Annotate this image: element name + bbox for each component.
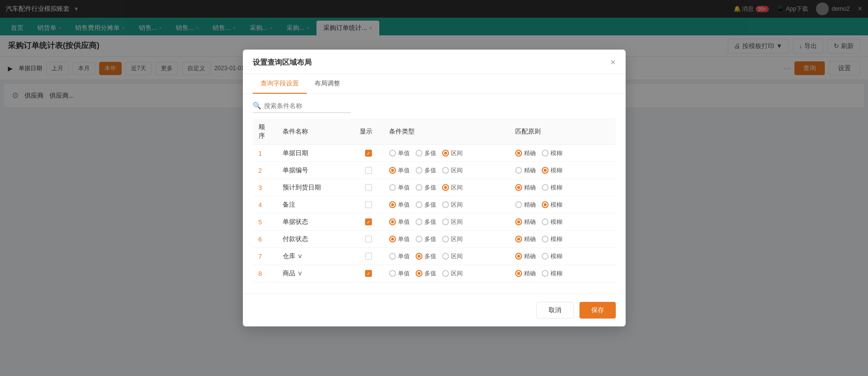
radio-multi[interactable]: 多值: [416, 201, 436, 209]
cell-type: 单值 多值 区间: [383, 265, 509, 282]
show-checkbox[interactable]: [365, 218, 372, 225]
radio-multi[interactable]: 多值: [416, 149, 436, 158]
cell-match: 精确 模糊: [509, 265, 616, 282]
cell-match: 精确 模糊: [509, 231, 616, 248]
show-checkbox[interactable]: [365, 270, 372, 277]
cell-match: 精确 模糊: [509, 145, 616, 162]
radio-exact[interactable]: 精确: [515, 218, 536, 226]
show-checkbox[interactable]: [365, 184, 372, 191]
cell-name: 仓库 ∨: [277, 248, 354, 265]
search-input[interactable]: [264, 102, 342, 109]
modal-header: 设置查询区域布局 ×: [243, 50, 626, 74]
radio-range[interactable]: 区间: [442, 235, 463, 243]
radio-multi[interactable]: 多值: [416, 218, 436, 226]
table-row: 7仓库 ∨ 单值 多值 区间 精确 模糊: [253, 248, 616, 265]
cell-type: 单值 多值 区间: [383, 145, 509, 162]
radio-exact[interactable]: 精确: [515, 184, 536, 192]
table-row: 6付款状态 单值 多值 区间 精确 模糊: [253, 231, 616, 248]
radio-multi[interactable]: 多值: [416, 235, 436, 243]
cell-show[interactable]: [354, 179, 383, 196]
table-row: 9属性 ∨ 单值 多值 区间 精确 模糊: [253, 282, 616, 286]
radio-fuzzy[interactable]: 模糊: [542, 184, 562, 192]
cell-name: 单据状态: [277, 214, 354, 231]
show-checkbox[interactable]: [365, 201, 372, 208]
radio-fuzzy[interactable]: 模糊: [542, 149, 562, 158]
radio-range[interactable]: 区间: [442, 166, 463, 175]
radio-fuzzy[interactable]: 模糊: [542, 218, 562, 226]
modal-body: 🔍 顺序 条件名称 显示 条件类型 匹配原则: [243, 94, 626, 294]
conditions-table: 顺序 条件名称 显示 条件类型 匹配原则 1单据日期 单值 多值: [253, 119, 616, 286]
th-type: 条件类型: [383, 119, 509, 145]
cell-order: 5: [253, 214, 277, 231]
cancel-button[interactable]: 取消: [536, 302, 574, 319]
cell-order: 8: [253, 265, 277, 282]
cell-match: 精确 模糊: [509, 196, 616, 214]
cell-order: 3: [253, 179, 277, 196]
cell-match: 精确 模糊: [509, 282, 616, 286]
radio-range[interactable]: 区间: [442, 184, 463, 192]
radio-range[interactable]: 区间: [442, 252, 463, 261]
radio-single[interactable]: 单值: [389, 235, 410, 243]
radio-multi[interactable]: 多值: [416, 166, 436, 175]
modal-tab-layout-adjust[interactable]: 布局调整: [307, 74, 348, 94]
radio-single[interactable]: 单值: [389, 201, 410, 209]
modal-dialog: 设置查询区域布局 × 查询字段设置 布局调整 🔍: [243, 50, 626, 326]
modal-search-box: 🔍: [253, 102, 351, 113]
cell-show[interactable]: [354, 248, 383, 265]
radio-exact[interactable]: 精确: [515, 166, 536, 175]
radio-exact[interactable]: 精确: [515, 201, 536, 209]
radio-single[interactable]: 单值: [389, 149, 410, 158]
radio-fuzzy[interactable]: 模糊: [542, 166, 562, 175]
modal-close-button[interactable]: ×: [610, 57, 616, 68]
modal-tabs: 查询字段设置 布局调整: [243, 74, 626, 94]
table-row: 2单据编号 单值 多值 区间 精确 模糊: [253, 162, 616, 179]
modal-tab-query-fields[interactable]: 查询字段设置: [253, 74, 307, 94]
radio-single[interactable]: 单值: [389, 252, 410, 261]
radio-exact[interactable]: 精确: [515, 269, 536, 278]
radio-range[interactable]: 区间: [442, 201, 463, 209]
cell-show[interactable]: [354, 162, 383, 179]
table-row: 1单据日期 单值 多值 区间 精确 模糊: [253, 145, 616, 162]
table-row: 3预计到货日期 单值 多值 区间 精确 模糊: [253, 179, 616, 196]
conditions-table-wrapper: 顺序 条件名称 显示 条件类型 匹配原则 1单据日期 单值 多值: [253, 119, 616, 286]
th-match: 匹配原则: [509, 119, 616, 145]
cell-show[interactable]: [354, 145, 383, 162]
cell-type: 单值 多值 区间: [383, 214, 509, 231]
radio-range[interactable]: 区间: [442, 149, 463, 158]
cell-show[interactable]: [354, 231, 383, 248]
radio-exact[interactable]: 精确: [515, 149, 536, 158]
cell-show[interactable]: [354, 265, 383, 282]
show-checkbox[interactable]: [365, 167, 372, 174]
radio-range[interactable]: 区间: [442, 218, 463, 226]
show-checkbox[interactable]: [365, 150, 372, 157]
radio-exact[interactable]: 精确: [515, 235, 536, 243]
radio-single[interactable]: 单值: [389, 218, 410, 226]
radio-fuzzy[interactable]: 模糊: [542, 235, 562, 243]
cell-type: 单值 多值 区间: [383, 282, 509, 286]
radio-multi[interactable]: 多值: [416, 269, 436, 278]
radio-range[interactable]: 区间: [442, 269, 463, 278]
radio-fuzzy[interactable]: 模糊: [542, 252, 562, 261]
radio-single[interactable]: 单值: [389, 166, 410, 175]
cell-order: 9: [253, 282, 277, 286]
radio-single[interactable]: 单值: [389, 184, 410, 192]
th-name: 条件名称: [277, 119, 354, 145]
cell-name: 商品 ∨: [277, 265, 354, 282]
radio-multi[interactable]: 多值: [416, 184, 436, 192]
radio-single[interactable]: 单值: [389, 269, 410, 278]
modal-title: 设置查询区域布局: [253, 58, 312, 67]
show-checkbox[interactable]: [365, 236, 372, 242]
show-checkbox[interactable]: [365, 253, 372, 260]
radio-fuzzy[interactable]: 模糊: [542, 269, 562, 278]
table-row: 4备注 单值 多值 区间 精确 模糊: [253, 196, 616, 214]
th-order: 顺序: [253, 119, 277, 145]
radio-exact[interactable]: 精确: [515, 252, 536, 261]
cell-show[interactable]: [354, 196, 383, 214]
table-row: 5单据状态 单值 多值 区间 精确 模糊: [253, 214, 616, 231]
save-button[interactable]: 保存: [579, 302, 616, 319]
cell-show[interactable]: [354, 214, 383, 231]
radio-multi[interactable]: 多值: [416, 252, 436, 261]
cell-name: 预计到货日期: [277, 179, 354, 196]
radio-fuzzy[interactable]: 模糊: [542, 201, 562, 209]
cell-show[interactable]: [354, 282, 383, 286]
